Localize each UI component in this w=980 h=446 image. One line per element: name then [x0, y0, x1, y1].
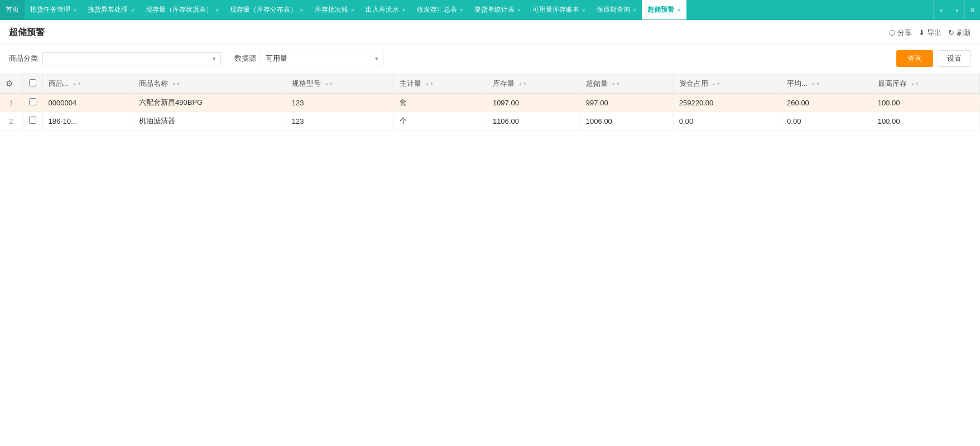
refresh-button[interactable]: ↻ 刷新 — [948, 28, 971, 38]
th-product-code[interactable]: 商品... ▲▼ — [42, 74, 133, 94]
close-icon-inout-flow[interactable]: × — [402, 7, 405, 13]
nav-item-inout-flow[interactable]: 出入库流水 × — [360, 0, 411, 20]
nav-label-home: 首页 — [6, 5, 19, 14]
row-num: 1 — [0, 94, 22, 112]
th-settings: ⚙ — [0, 74, 22, 94]
close-icon-summary[interactable]: × — [460, 7, 463, 13]
nav-label-inout-flow: 出入库流水 — [366, 5, 399, 14]
th-product-name-label: 商品名称 — [139, 79, 168, 88]
row-stock: 1097.00 — [487, 94, 580, 112]
row-unit: 个 — [393, 112, 487, 130]
th-checkbox — [22, 74, 42, 94]
nav-item-stock-status[interactable]: 现存量（库存状况表） × — [140, 0, 224, 20]
th-stock[interactable]: 库存量 ▲▼ — [487, 74, 580, 94]
row-checkbox-cell — [22, 94, 42, 112]
nav-item-available[interactable]: 可用量库存账本 × — [527, 0, 591, 20]
nav-arrow-right[interactable]: › — [949, 0, 964, 20]
row-num: 2 — [0, 112, 22, 130]
nav-item-exception[interactable]: 拣货异常处理 × — [82, 0, 140, 20]
close-icon-expiry[interactable]: × — [633, 7, 636, 13]
th-unit[interactable]: 主计量 ▲▼ — [393, 74, 487, 94]
row-overstock: 997.00 — [580, 94, 673, 112]
row-overstock: 1006.00 — [580, 112, 673, 130]
nav-arrow-close[interactable]: × — [964, 0, 980, 20]
close-icon-batch[interactable]: × — [351, 7, 354, 13]
nav-item-batch[interactable]: 库存批次账 × — [309, 0, 360, 20]
nav-item-demand[interactable]: 要货单统计表 × — [469, 0, 526, 20]
main-content: 超储预警 ⬡ 分享 ⬇ 导出 ↻ 刷新 商品分类 ▾ 数据源 — [0, 20, 980, 446]
row-checkbox[interactable] — [29, 98, 36, 105]
row-avg: 260.00 — [781, 94, 872, 112]
sort-icon-product-code: ▲▼ — [73, 82, 81, 86]
close-icon-available[interactable]: × — [582, 7, 585, 13]
query-button[interactable]: 查询 — [896, 50, 933, 67]
share-button[interactable]: ⬡ 分享 — [889, 28, 912, 38]
table-header-row: ⚙ 商品... ▲▼ 商品名称 ▲▼ 规格型号 ▲▼ — [0, 74, 980, 94]
export-button[interactable]: ⬇ 导出 — [919, 28, 941, 38]
th-overstock-label: 超储量 — [586, 79, 608, 88]
nav-item-home[interactable]: 首页 — [0, 0, 25, 20]
row-unit: 套 — [393, 94, 487, 112]
sort-icon-unit: ▲▼ — [425, 82, 434, 86]
close-icon-overstock[interactable]: × — [677, 7, 680, 13]
th-stock-label: 库存量 — [493, 79, 515, 88]
nav-item-overstock[interactable]: 超储预警 × — [642, 0, 686, 20]
th-product-code-label: 商品... — [49, 79, 69, 88]
nav-label-task-mgmt: 拣货任务管理 — [30, 5, 70, 14]
category-label: 商品分类 — [9, 54, 38, 64]
datasource-select-value: 可用量 — [266, 54, 287, 64]
datasource-select[interactable]: 可用量 ▾ — [261, 51, 383, 66]
th-product-name[interactable]: 商品名称 ▲▼ — [133, 74, 286, 94]
th-spec[interactable]: 规格型号 ▲▼ — [286, 74, 393, 94]
nav-arrow-left[interactable]: ‹ — [933, 0, 949, 20]
sort-icon-capital: ▲▼ — [712, 82, 720, 86]
category-select[interactable]: ▾ — [42, 52, 221, 65]
th-unit-label: 主计量 — [400, 79, 421, 88]
table-row: 2 186-10... 机油滤清器 123 个 1106.00 1006.00 … — [0, 112, 980, 130]
settings-button[interactable]: 设置 — [938, 50, 971, 67]
export-icon: ⬇ — [919, 28, 925, 37]
table-body: 1 0000004 六配套新昌490BPG 123 套 1097.00 997.… — [0, 94, 980, 130]
nav-label-available: 可用量库存账本 — [532, 5, 579, 14]
row-spec: 123 — [286, 112, 393, 130]
row-stock: 1106.00 — [487, 112, 580, 130]
sort-icon-product-name: ▲▼ — [172, 82, 181, 86]
th-capital-label: 资金占用 — [679, 79, 708, 88]
close-icon-stock-dist[interactable]: × — [300, 7, 303, 13]
page-header: 超储预警 ⬡ 分享 ⬇ 导出 ↻ 刷新 — [0, 20, 980, 43]
select-all-checkbox[interactable] — [29, 79, 36, 86]
sort-icon-spec: ▲▼ — [324, 82, 333, 86]
nav-item-summary[interactable]: 收发存汇总表 × — [411, 0, 469, 20]
close-icon-task-mgmt[interactable]: × — [73, 7, 76, 13]
gear-settings-icon[interactable]: ⚙ — [6, 79, 13, 88]
th-spec-label: 规格型号 — [292, 79, 321, 88]
th-capital[interactable]: 资金占用 ▲▼ — [673, 74, 781, 94]
nav-label-stock-dist: 现存量（库存分布表） — [230, 5, 297, 14]
row-max-stock: 100.00 — [872, 94, 979, 112]
sort-icon-avg: ▲▼ — [811, 82, 820, 86]
refresh-label: 刷新 — [957, 28, 971, 38]
th-max-stock-label: 最高库存 — [878, 79, 907, 88]
close-icon-demand[interactable]: × — [517, 7, 521, 13]
row-checkbox-cell — [22, 112, 42, 130]
table-row: 1 0000004 六配套新昌490BPG 123 套 1097.00 997.… — [0, 94, 980, 112]
datasource-chevron-icon: ▾ — [375, 55, 378, 62]
nav-item-stock-dist[interactable]: 现存量（库存分布表） × — [224, 0, 309, 20]
close-icon-stock-status[interactable]: × — [215, 7, 219, 13]
th-max-stock[interactable]: 最高库存 ▲▼ — [872, 74, 979, 94]
refresh-icon: ↻ — [948, 28, 954, 37]
close-icon-exception[interactable]: × — [131, 7, 134, 13]
nav-item-expiry[interactable]: 保质期查询 × — [591, 0, 642, 20]
row-checkbox[interactable] — [29, 117, 36, 124]
sort-icon-overstock: ▲▼ — [611, 82, 620, 86]
row-product-code: 186-10... — [42, 112, 133, 130]
overstock-table: ⚙ 商品... ▲▼ 商品名称 ▲▼ 规格型号 ▲▼ — [0, 74, 980, 130]
nav-label-summary: 收发存汇总表 — [417, 5, 457, 14]
th-overstock[interactable]: 超储量 ▲▼ — [580, 74, 673, 94]
category-chevron-icon: ▾ — [213, 55, 216, 62]
header-actions: ⬡ 分享 ⬇ 导出 ↻ 刷新 — [889, 28, 971, 38]
row-max-stock: 100.00 — [872, 112, 979, 130]
nav-item-task-mgmt[interactable]: 拣货任务管理 × — [25, 0, 82, 20]
share-label: 分享 — [897, 28, 912, 38]
th-avg[interactable]: 平均... ▲▼ — [781, 74, 872, 94]
